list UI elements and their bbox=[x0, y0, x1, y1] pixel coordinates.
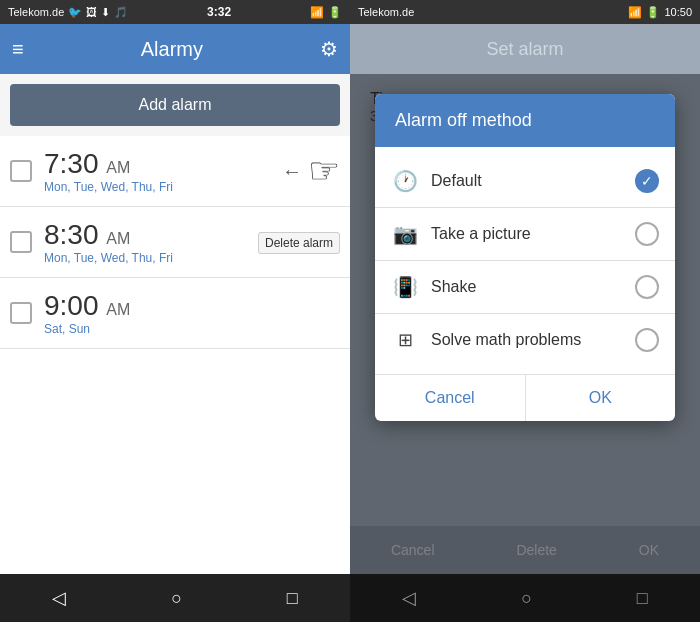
radio-default-selected: ✓ bbox=[635, 169, 659, 193]
hamburger-icon[interactable]: ≡ bbox=[12, 38, 24, 61]
alarm-checkbox-3[interactable] bbox=[10, 302, 32, 324]
app-title: Alarmy bbox=[141, 38, 203, 61]
arrow-left-icon: ← bbox=[282, 160, 302, 183]
option-math-label: Solve math problems bbox=[431, 331, 623, 349]
option-math[interactable]: ⊞ Solve math problems bbox=[375, 314, 675, 366]
battery-icon-right: 🔋 bbox=[646, 6, 660, 19]
hand-pointer-icon: ☞ bbox=[308, 150, 340, 192]
alarm-item[interactable]: 8:30 AM Mon, Tue, Wed, Thu, Fri Delete a… bbox=[0, 207, 350, 278]
app-header: ≡ Alarmy ⚙ bbox=[0, 24, 350, 74]
right-panel: Telekom.de 📶 🔋 10:50 Set alarm Time 3:53… bbox=[350, 0, 700, 622]
clock-left: 3:32 bbox=[207, 5, 231, 19]
alarm-item[interactable]: 7:30 AM Mon, Tue, Wed, Thu, Fri ← ☞ bbox=[0, 136, 350, 207]
radio-picture bbox=[635, 222, 659, 246]
modal-header: Alarm off method bbox=[375, 94, 675, 147]
alarm-checkbox-1[interactable] bbox=[10, 160, 32, 182]
left-panel: Telekom.de 🐦 🖼 ⬇ 🎵 3:32 📶 🔋 ≡ Alarmy ⚙ A… bbox=[0, 0, 350, 622]
modal-footer: Cancel OK bbox=[375, 374, 675, 421]
battery-icon-left: 🔋 bbox=[328, 6, 342, 19]
radio-math bbox=[635, 328, 659, 352]
status-bar-left: Telekom.de 🐦 🖼 ⬇ 🎵 3:32 📶 🔋 bbox=[0, 0, 350, 24]
status-right-icons-left: 📶 🔋 bbox=[310, 6, 342, 19]
download-icon: ⬇ bbox=[101, 6, 110, 19]
alarm-days-3: Sat, Sun bbox=[44, 322, 340, 336]
alarm-time-3: 9:00 AM bbox=[44, 290, 340, 322]
carrier-left: Telekom.de bbox=[8, 6, 64, 18]
set-alarm-title: Set alarm bbox=[486, 39, 563, 60]
alarm-list: 7:30 AM Mon, Tue, Wed, Thu, Fri ← ☞ 8:30… bbox=[0, 136, 350, 574]
option-picture-label: Take a picture bbox=[431, 225, 623, 243]
option-take-picture[interactable]: 📷 Take a picture bbox=[375, 208, 675, 260]
clock-right: 10:50 bbox=[664, 6, 692, 18]
home-button-left[interactable]: ○ bbox=[151, 580, 202, 617]
modal-options: 🕐 Default ✓ 📷 Take a picture 📳 Shake bbox=[375, 147, 675, 374]
modal-title: Alarm off method bbox=[395, 110, 532, 130]
option-default[interactable]: 🕐 Default ✓ bbox=[375, 155, 675, 207]
alarm-item[interactable]: 9:00 AM Sat, Sun bbox=[0, 278, 350, 349]
back-button-left[interactable]: ◁ bbox=[32, 579, 86, 617]
signal-icon-left: 📶 bbox=[310, 6, 324, 19]
status-left-icons: Telekom.de 🐦 🖼 ⬇ 🎵 bbox=[8, 6, 128, 19]
nav-bar-left: ◁ ○ □ bbox=[0, 574, 350, 622]
delete-alarm-label: Delete alarm bbox=[258, 232, 340, 254]
twitter-icon: 🐦 bbox=[68, 6, 82, 19]
alarm-checkbox-2[interactable] bbox=[10, 231, 32, 253]
add-alarm-button[interactable]: Add alarm bbox=[10, 84, 340, 126]
alarm-off-method-modal: Alarm off method 🕐 Default ✓ 📷 Take a pi… bbox=[375, 94, 675, 421]
music-icon: 🎵 bbox=[114, 6, 128, 19]
status-bar-right: Telekom.de 📶 🔋 10:50 bbox=[350, 0, 700, 24]
carrier-right: Telekom.de bbox=[358, 6, 414, 18]
camera-icon: 📷 bbox=[391, 222, 419, 246]
option-default-label: Default bbox=[431, 172, 623, 190]
wifi-icon: 📶 bbox=[628, 6, 642, 19]
clock-icon: 🕐 bbox=[391, 169, 419, 193]
gear-icon[interactable]: ⚙ bbox=[320, 37, 338, 61]
option-shake-label: Shake bbox=[431, 278, 623, 296]
modal-ok-button[interactable]: OK bbox=[526, 375, 676, 421]
math-icon: ⊞ bbox=[391, 329, 419, 351]
radio-shake bbox=[635, 275, 659, 299]
alarm-info-3: 9:00 AM Sat, Sun bbox=[44, 290, 340, 336]
modal-overlay: Alarm off method 🕐 Default ✓ 📷 Take a pi… bbox=[350, 74, 700, 622]
image-icon: 🖼 bbox=[86, 6, 97, 18]
recents-button-left[interactable]: □ bbox=[267, 580, 318, 617]
delete-area: ← ☞ bbox=[282, 150, 340, 192]
option-shake[interactable]: 📳 Shake bbox=[375, 261, 675, 313]
set-alarm-header: Set alarm bbox=[350, 24, 700, 74]
modal-cancel-button[interactable]: Cancel bbox=[375, 375, 526, 421]
vibrate-icon: 📳 bbox=[391, 275, 419, 299]
